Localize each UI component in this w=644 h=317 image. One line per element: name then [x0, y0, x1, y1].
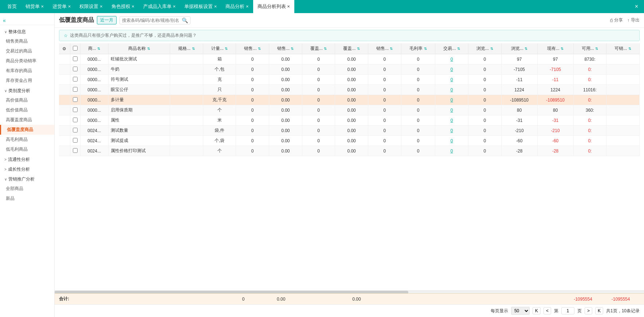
page-next-button[interactable]: >	[585, 307, 592, 314]
col-saleable[interactable]: 可销... ⇅	[606, 43, 640, 54]
sidebar-section-growth[interactable]: > 成长性分析	[0, 164, 54, 174]
row-select-checkbox[interactable]	[73, 138, 78, 143]
sidebar-item-all-goods[interactable]: 全部商品	[0, 184, 54, 194]
col-trade[interactable]: 交易... ⇅	[435, 43, 468, 54]
nav-products[interactable]: 产成品入库单 ×	[139, 0, 180, 13]
horizontal-scrollbar[interactable]	[55, 290, 644, 293]
row-select-checkbox[interactable]	[73, 67, 78, 71]
page-prev-button[interactable]: <	[543, 307, 551, 314]
sidebar-item-low-value[interactable]: 低价值商品	[0, 105, 54, 115]
row-checkbox[interactable]	[70, 115, 80, 126]
row-trade[interactable]: 0	[435, 95, 468, 105]
nav-permissions[interactable]: 权限设置 ×	[75, 0, 107, 13]
col-browse2[interactable]: 浏览... ⇅	[501, 43, 537, 54]
row-select-checkbox[interactable]	[73, 128, 78, 132]
row-trade[interactable]: 0	[435, 64, 468, 75]
nav-templates[interactable]: 单据模板设置 ×	[180, 0, 221, 13]
row-select-checkbox[interactable]	[73, 77, 78, 82]
col-unit[interactable]: 计量... ⇅	[203, 43, 236, 54]
row-checkbox[interactable]	[70, 136, 80, 146]
sidebar-item-category-rate[interactable]: 商品分类动销率	[0, 56, 54, 66]
totals-label: 合计:	[59, 296, 69, 302]
row-checkbox[interactable]	[70, 85, 80, 95]
search-input[interactable]	[122, 18, 180, 23]
row-select-checkbox[interactable]	[73, 118, 78, 122]
sidebar-item-capital[interactable]: 库存资金占用	[0, 76, 54, 86]
page-last-button[interactable]: K	[595, 307, 603, 314]
row-trade[interactable]: 0	[435, 85, 468, 95]
row-trade[interactable]: 0	[435, 75, 468, 85]
row-unit: 个,包	[203, 64, 236, 75]
col-cov1[interactable]: 覆盖... ⇅	[302, 43, 335, 54]
period-button[interactable]: 近一月	[97, 16, 117, 24]
row-trade[interactable]: 0	[435, 105, 468, 115]
row-unit: 袋,件	[203, 126, 236, 136]
col-sales-amt[interactable]: 销售... ⇅	[269, 43, 302, 54]
page-number-input[interactable]	[561, 307, 574, 314]
sidebar-section-flow[interactable]: > 流通性分析	[0, 154, 54, 164]
sidebar-item-high-value[interactable]: 高价值商品	[0, 95, 54, 105]
col-spec[interactable]: 规格... ⇅	[170, 43, 203, 54]
search-icon[interactable]: 🔍	[182, 17, 188, 23]
col-sales-rate[interactable]: 销售... ⇅	[368, 43, 401, 54]
sidebar-item-high-coverage[interactable]: 高覆盖度商品	[0, 115, 54, 125]
col-available[interactable]: 可用... ⇅	[573, 43, 606, 54]
nav-analysis[interactable]: 商品分析 ×	[221, 0, 253, 13]
sidebar-item-low-coverage[interactable]: 低覆盖度商品	[0, 125, 54, 135]
nav-analysis-list[interactable]: 商品分析列表 ×	[253, 0, 294, 13]
nav-purchase[interactable]: 进货单 ×	[48, 0, 75, 13]
sidebar-item-sales-goods[interactable]: 销售类商品	[0, 36, 54, 46]
col-browse1[interactable]: 浏览... ⇅	[468, 43, 502, 54]
row-select-checkbox[interactable]	[73, 107, 78, 112]
row-trade[interactable]: 0	[435, 54, 468, 64]
sidebar-section-category[interactable]: ∨ 类别度分析	[0, 86, 54, 95]
share-button[interactable]: ⎙ 分享	[610, 17, 623, 23]
row-trade[interactable]: 0	[435, 126, 468, 136]
col-code[interactable]: 商... ⇅	[80, 43, 108, 54]
row-trade[interactable]: 0	[435, 115, 468, 126]
nav-sales[interactable]: 销货单 ×	[21, 0, 48, 13]
row-browse2: 97	[501, 54, 537, 64]
page-first-button[interactable]: K	[533, 307, 541, 314]
row-select-checkbox[interactable]	[73, 87, 78, 92]
row-trade[interactable]: 0	[435, 146, 468, 156]
page-size-select[interactable]: 50 20 100	[511, 307, 530, 315]
col-current[interactable]: 现有... ⇅	[537, 43, 573, 54]
row-trade[interactable]: 0	[435, 136, 468, 146]
sidebar-item-low-profit[interactable]: 低毛利商品	[0, 144, 54, 154]
row-settings	[59, 85, 70, 95]
col-cov2[interactable]: 覆盖... ⇅	[335, 43, 368, 54]
sidebar-section-marketing[interactable]: ∨ 营销推广分析	[0, 174, 54, 184]
row-select-checkbox[interactable]	[73, 97, 78, 102]
close-window-button[interactable]: ×	[632, 3, 641, 10]
sidebar-item-high-profit[interactable]: 高毛利商品	[0, 135, 54, 144]
row-checkbox[interactable]	[70, 126, 80, 136]
sidebar-item-new-goods[interactable]: 新品	[0, 194, 54, 203]
row-checkbox[interactable]	[70, 75, 80, 85]
nav-home[interactable]: 首页	[3, 0, 21, 13]
select-all-checkbox[interactable]	[73, 46, 78, 51]
row-checkbox[interactable]	[70, 54, 80, 64]
sidebar-section-overall[interactable]: ∨ 整体信息	[0, 27, 54, 36]
totals-sales-qty: 0	[224, 297, 262, 302]
row-settings	[59, 146, 70, 156]
col-sales-qty[interactable]: 销售... ⇅	[236, 43, 269, 54]
col-name[interactable]: 商品名称 ⇅	[108, 43, 170, 54]
sidebar-item-stock-goods[interactable]: 有库存的商品	[0, 66, 54, 76]
col-gross-rate[interactable]: 毛利率 ⇅	[401, 43, 435, 54]
col-settings[interactable]: ⚙	[59, 43, 70, 54]
row-spec	[170, 75, 203, 85]
row-checkbox[interactable]	[70, 64, 80, 75]
row-browse2: 80	[501, 105, 537, 115]
row-checkbox[interactable]	[70, 146, 80, 156]
row-checkbox[interactable]	[70, 95, 80, 105]
col-checkbox-all[interactable]	[70, 43, 80, 54]
row-select-checkbox[interactable]	[73, 148, 78, 153]
nav-roles[interactable]: 角色授权 ×	[107, 0, 139, 13]
row-gross-rate: 0	[401, 85, 435, 95]
sidebar-collapse-icon[interactable]: «	[3, 17, 6, 23]
export-button[interactable]: ↑ 导出	[627, 17, 640, 23]
row-checkbox[interactable]	[70, 105, 80, 115]
sidebar-item-traded-goods[interactable]: 交易过的商品	[0, 46, 54, 56]
row-select-checkbox[interactable]	[73, 56, 78, 61]
